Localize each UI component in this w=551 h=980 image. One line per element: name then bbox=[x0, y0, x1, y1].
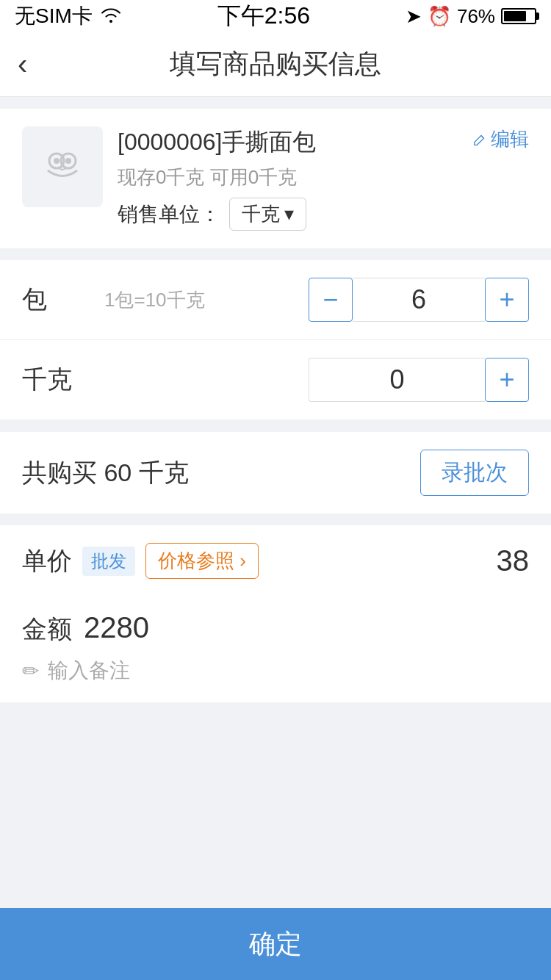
time-display: 下午2:56 bbox=[217, 0, 310, 32]
svg-point-3 bbox=[65, 158, 71, 164]
kg-quantity-row: 千克 + bbox=[0, 340, 551, 420]
alarm-icon: ⏰ bbox=[428, 5, 451, 28]
confirm-button[interactable]: 确定 bbox=[249, 926, 302, 962]
bag-label: 包 bbox=[22, 283, 96, 317]
amount-label: 金额 bbox=[22, 613, 72, 646]
bag-quantity-input[interactable] bbox=[353, 278, 485, 322]
edit-label: 编辑 bbox=[491, 126, 529, 152]
status-bar: 无SIM卡 下午2:56 ➤ ⏰ 76% bbox=[0, 0, 551, 32]
carrier-label: 无SIM卡 bbox=[15, 2, 93, 30]
product-thumbnail bbox=[22, 126, 103, 207]
back-button[interactable]: ‹ bbox=[18, 48, 27, 81]
unit-value: 千克 bbox=[242, 201, 280, 227]
remark-placeholder: 输入备注 bbox=[48, 657, 130, 685]
price-row: 单价 批发 价格参照 › 38 bbox=[22, 543, 529, 579]
bag-sublabel: 1包=10千克 bbox=[104, 287, 309, 313]
amount-section: 金额 2280 ✏ 输入备注 bbox=[0, 611, 551, 702]
unit-label: 销售单位： bbox=[118, 201, 220, 228]
bag-quantity-row: 包 1包=10千克 − + bbox=[0, 260, 551, 340]
confirm-bar[interactable]: 确定 bbox=[0, 908, 551, 980]
price-label: 单价 bbox=[22, 544, 72, 578]
product-name: [0000006]手撕面包 bbox=[118, 126, 316, 159]
remark-row[interactable]: ✏ 输入备注 bbox=[22, 657, 529, 685]
battery-percent: 76% bbox=[457, 5, 495, 28]
price-section: 单价 批发 价格参照 › 38 bbox=[0, 525, 551, 611]
status-left: 无SIM卡 bbox=[15, 2, 122, 30]
price-left: 单价 批发 价格参照 › bbox=[22, 543, 259, 579]
summary-row: 共购买 60 千克 录批次 bbox=[0, 432, 551, 514]
product-card: [0000006]手撕面包 编辑 现存0千克 可用0千克 销售单位： 千克 ▾ bbox=[0, 109, 551, 248]
svg-point-2 bbox=[54, 158, 60, 164]
unit-select[interactable]: 千克 ▾ bbox=[229, 198, 306, 231]
bag-plus-button[interactable]: + bbox=[485, 278, 529, 322]
product-info: [0000006]手撕面包 编辑 现存0千克 可用0千克 销售单位： 千克 ▾ bbox=[118, 126, 529, 231]
amount-value: 2280 bbox=[84, 611, 149, 644]
battery-icon bbox=[501, 8, 536, 24]
kg-quantity-controls: + bbox=[309, 358, 529, 402]
wifi-icon bbox=[100, 4, 122, 28]
bag-quantity-controls: − + bbox=[309, 278, 529, 322]
page-title: 填写商品购买信息 bbox=[170, 46, 381, 82]
amount-row: 金额 2280 bbox=[22, 611, 529, 646]
location-icon: ➤ bbox=[406, 5, 422, 28]
dropdown-arrow: ▾ bbox=[284, 203, 294, 226]
product-unit-row: 销售单位： 千克 ▾ bbox=[118, 198, 529, 231]
price-ref-button[interactable]: 价格参照 › bbox=[145, 543, 259, 579]
price-tag: 批发 bbox=[82, 547, 135, 576]
quantity-section: 包 1包=10千克 − + 千克 + bbox=[0, 260, 551, 420]
remark-icon: ✏ bbox=[22, 659, 39, 683]
summary-text: 共购买 60 千克 bbox=[22, 456, 189, 490]
product-name-row: [0000006]手撕面包 编辑 bbox=[118, 126, 529, 159]
product-stock: 现存0千克 可用0千克 bbox=[118, 165, 529, 190]
kg-label: 千克 bbox=[22, 363, 96, 397]
price-value: 38 bbox=[497, 544, 530, 577]
bag-minus-button[interactable]: − bbox=[309, 278, 353, 322]
nav-bar: ‹ 填写商品购买信息 bbox=[0, 32, 551, 97]
kg-plus-button[interactable]: + bbox=[485, 358, 529, 402]
status-right: ➤ ⏰ 76% bbox=[406, 5, 536, 28]
batch-button[interactable]: 录批次 bbox=[420, 450, 529, 496]
edit-button[interactable]: 编辑 bbox=[472, 126, 529, 152]
kg-quantity-input[interactable] bbox=[309, 358, 485, 402]
